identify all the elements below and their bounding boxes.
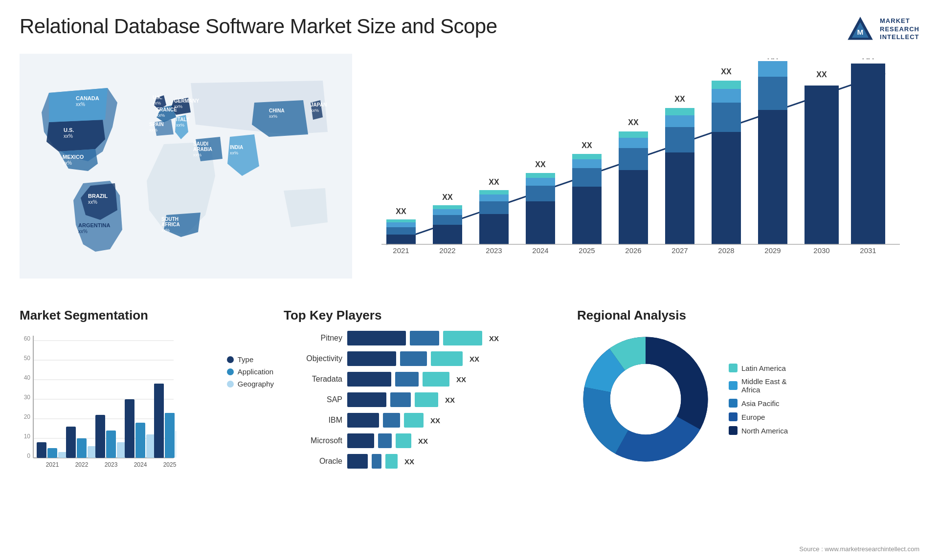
player-bar-light-ibm bbox=[404, 413, 424, 428]
player-bar-container-objectivity: XX bbox=[347, 351, 479, 366]
svg-rect-76 bbox=[665, 115, 694, 127]
svg-text:CANADA: CANADA bbox=[76, 95, 99, 101]
legend-europe: Europe bbox=[729, 412, 788, 421]
player-name-objectivity: Objectivity bbox=[284, 354, 342, 363]
player-name-oracle: Oracle bbox=[284, 457, 342, 466]
svg-rect-51 bbox=[479, 201, 509, 214]
svg-text:2025: 2025 bbox=[163, 461, 176, 468]
world-map: CANADA xx% U.S. xx% MEXICO xx% BRAZIL xx… bbox=[20, 54, 352, 279]
player-bar-dark-pitney bbox=[347, 331, 406, 345]
legend-color-asia-pacific bbox=[729, 399, 738, 408]
player-name-pitney: Pitney bbox=[284, 334, 342, 343]
player-bar-dark-sap bbox=[347, 392, 386, 407]
legend-latin-america: Latin America bbox=[729, 364, 788, 372]
svg-rect-45 bbox=[433, 215, 462, 225]
svg-rect-120 bbox=[77, 438, 87, 458]
legend-type: Type bbox=[227, 355, 274, 364]
legend-color-europe bbox=[729, 412, 738, 421]
svg-rect-46 bbox=[433, 209, 462, 215]
player-value-ibm: XX bbox=[430, 416, 440, 425]
content-bottom: Market Segmentation 0 10 20 30 40 50 60 bbox=[20, 308, 919, 494]
svg-point-143 bbox=[614, 367, 677, 431]
svg-text:2025: 2025 bbox=[579, 246, 595, 255]
svg-rect-68 bbox=[619, 170, 648, 244]
svg-text:2021: 2021 bbox=[46, 461, 59, 468]
player-value-teradata: XX bbox=[456, 375, 466, 384]
svg-text:GERMANY: GERMANY bbox=[174, 98, 199, 104]
player-bar-mid-sap bbox=[390, 392, 411, 407]
legend-asia-pacific: Asia Pacific bbox=[729, 399, 788, 408]
logo-text: MARKET RESEARCH INTELLECT bbox=[880, 17, 919, 42]
svg-text:2022: 2022 bbox=[439, 246, 455, 255]
svg-rect-81 bbox=[712, 103, 741, 132]
player-bar-container-microsoft: XX bbox=[347, 433, 428, 448]
svg-text:xx%: xx% bbox=[149, 128, 157, 132]
svg-rect-57 bbox=[526, 186, 555, 201]
player-bar-light-sap bbox=[415, 392, 438, 407]
player-bar-container-teradata: XX bbox=[347, 372, 466, 387]
svg-rect-70 bbox=[619, 138, 648, 148]
svg-text:2022: 2022 bbox=[75, 461, 89, 468]
svg-rect-56 bbox=[526, 201, 555, 244]
svg-text:2024: 2024 bbox=[532, 246, 548, 255]
svg-text:xx%: xx% bbox=[311, 108, 319, 113]
page-title: Relational Database Software Market Size… bbox=[20, 15, 497, 38]
page: Relational Database Software Market Size… bbox=[0, 0, 939, 560]
svg-rect-95 bbox=[851, 64, 885, 93]
svg-rect-83 bbox=[712, 81, 741, 89]
svg-text:xx%: xx% bbox=[161, 228, 170, 233]
player-value-sap: XX bbox=[445, 396, 455, 404]
svg-text:xx%: xx% bbox=[63, 160, 72, 166]
svg-rect-116 bbox=[47, 448, 57, 458]
player-bar-dark-ibm bbox=[347, 413, 379, 428]
svg-text:2029: 2029 bbox=[764, 246, 781, 255]
map-container: CANADA xx% U.S. xx% MEXICO xx% BRAZIL xx… bbox=[20, 54, 352, 279]
svg-text:40: 40 bbox=[24, 374, 31, 381]
legend-label-europe: Europe bbox=[741, 413, 765, 421]
svg-text:U.K.: U.K. bbox=[153, 95, 162, 100]
svg-rect-69 bbox=[619, 148, 648, 170]
svg-text:xx%: xx% bbox=[88, 199, 97, 205]
player-bar-container-pitney: XX bbox=[347, 331, 499, 345]
legend-label-asia-pacific: Asia Pacific bbox=[741, 399, 780, 408]
svg-rect-134 bbox=[154, 384, 164, 458]
player-bar-light-pitney bbox=[443, 331, 482, 345]
svg-text:xx%: xx% bbox=[76, 102, 85, 107]
donut-chart bbox=[577, 331, 714, 468]
player-bar-dark-objectivity bbox=[347, 351, 396, 366]
legend-label-latin-america: Latin America bbox=[741, 364, 786, 372]
svg-rect-86 bbox=[758, 110, 787, 244]
svg-text:2028: 2028 bbox=[718, 246, 734, 255]
svg-text:xx%: xx% bbox=[64, 133, 73, 139]
svg-rect-123 bbox=[95, 415, 105, 458]
map-section: CANADA xx% U.S. xx% MEXICO xx% BRAZIL xx… bbox=[20, 54, 352, 298]
legend-geography: Geography bbox=[227, 380, 274, 388]
legend-application-label: Application bbox=[238, 367, 273, 376]
player-bar-mid-teradata bbox=[395, 372, 419, 387]
svg-rect-135 bbox=[165, 413, 175, 458]
svg-rect-63 bbox=[572, 168, 602, 187]
svg-rect-80 bbox=[712, 132, 741, 244]
svg-text:2031: 2031 bbox=[860, 246, 876, 255]
player-row-sap: SAP XX bbox=[284, 392, 567, 407]
key-players-title: Top Key Players bbox=[284, 308, 567, 323]
svg-rect-41 bbox=[386, 219, 416, 222]
svg-rect-39 bbox=[386, 227, 416, 235]
player-name-microsoft: Microsoft bbox=[284, 436, 342, 445]
player-value-pitney: XX bbox=[489, 334, 499, 343]
source-text: Source : www.marketresearchintellect.com bbox=[799, 545, 919, 553]
player-bar-light-objectivity bbox=[431, 351, 463, 366]
svg-rect-40 bbox=[386, 222, 416, 227]
svg-rect-133 bbox=[176, 431, 176, 458]
svg-rect-74 bbox=[665, 152, 694, 244]
player-row-pitney: Pitney XX bbox=[284, 331, 567, 345]
player-bar-mid-oracle bbox=[372, 454, 381, 469]
svg-text:xx%: xx% bbox=[153, 101, 161, 106]
legend-application: Application bbox=[227, 367, 274, 376]
svg-rect-47 bbox=[433, 205, 462, 209]
svg-text:XX: XX bbox=[442, 193, 453, 201]
svg-rect-62 bbox=[572, 187, 602, 244]
player-bar-mid-ibm bbox=[383, 413, 400, 428]
regional-section: Regional Analysis bbox=[577, 308, 919, 494]
svg-text:XX: XX bbox=[767, 59, 778, 61]
